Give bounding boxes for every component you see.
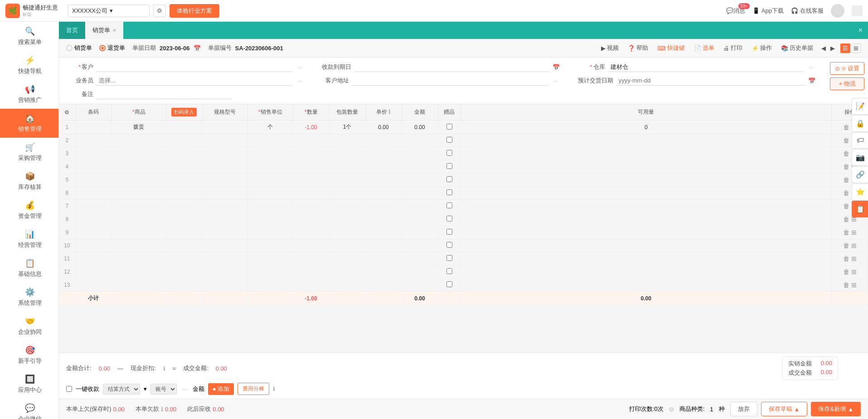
delete-icon-7[interactable]: 🗑 bbox=[843, 202, 849, 210]
sidebar-item-search[interactable]: 🔍 搜索菜单 bbox=[0, 22, 58, 51]
list-view-btn[interactable]: ☰ bbox=[840, 43, 850, 53]
delete-icon-4[interactable]: 🗑 bbox=[843, 163, 849, 170]
sidebar-item-operations[interactable]: 📊 经营管理 bbox=[0, 225, 58, 254]
rsf-photo-btn[interactable]: 📷 bbox=[852, 149, 868, 166]
save-new-button[interactable]: 保存&新增 ▲ bbox=[811, 402, 861, 416]
operation-btn[interactable]: ⚡ 操作 bbox=[749, 43, 775, 53]
rsf-orange-btn[interactable]: 📋 bbox=[852, 201, 868, 217]
copy-icon-12[interactable]: ⊞ bbox=[851, 268, 857, 275]
settings-button[interactable]: ⊙ ⊙ 设置 bbox=[830, 62, 864, 75]
customer-dots[interactable]: ··· bbox=[295, 64, 304, 71]
sidebar-item-purchase[interactable]: 🛒 采购管理 bbox=[0, 138, 58, 167]
delete-icon-12[interactable]: 🗑 bbox=[843, 268, 849, 275]
row-unit-1[interactable]: 个 bbox=[247, 120, 293, 134]
delete-icon-13[interactable]: 🗑 bbox=[843, 281, 849, 289]
warehouse-input[interactable]: 建材仓 bbox=[608, 62, 804, 72]
rsf-lock-btn[interactable]: 🔒 bbox=[852, 115, 868, 132]
warehouse-dots[interactable]: ··· bbox=[807, 64, 815, 71]
print-btn[interactable]: 🖨 打印 bbox=[721, 43, 745, 53]
rsf-star-btn[interactable]: ⭐ bbox=[852, 183, 868, 200]
address-dots[interactable]: ··· bbox=[551, 77, 560, 84]
grid-view-btn[interactable]: ⊞ bbox=[851, 43, 861, 53]
message-area[interactable]: 💬 消息 99+ bbox=[726, 7, 745, 15]
company-selector[interactable]: XXXXXX公司 ▾ bbox=[68, 5, 150, 17]
online-service-area[interactable]: 🎧 在线客服 bbox=[791, 7, 824, 15]
salesperson-input[interactable] bbox=[96, 76, 292, 86]
history-btn[interactable]: 📚 历史单据 bbox=[778, 43, 816, 53]
calendar-icon[interactable]: 📅 bbox=[194, 45, 201, 52]
sidebar-item-finance[interactable]: 💰 资金管理 bbox=[0, 196, 58, 225]
next-arrow[interactable]: ▶ bbox=[829, 44, 837, 53]
customer-input[interactable] bbox=[96, 62, 292, 72]
due-date-input[interactable] bbox=[354, 62, 549, 72]
print-count-hint[interactable]: ⊙ bbox=[669, 406, 674, 413]
sidebar-item-guide[interactable]: 🎯 新手引导 bbox=[0, 341, 58, 370]
rsf-tag-btn[interactable]: 🏷 bbox=[852, 132, 868, 149]
app-download-area[interactable]: 📱 App下载 bbox=[752, 7, 784, 15]
th-settings[interactable]: ⚙ bbox=[59, 104, 75, 120]
return-order-radio[interactable]: 退货单 bbox=[99, 44, 125, 52]
sidebar-item-wechat[interactable]: 💬 企业微信 bbox=[0, 399, 58, 419]
select-btn[interactable]: 📄 选单 bbox=[691, 43, 717, 53]
logistics-button[interactable]: + 物流 bbox=[830, 77, 864, 90]
rsf-link-btn[interactable]: 🔗 bbox=[852, 166, 868, 183]
delete-icon-11[interactable]: 🗑 bbox=[843, 255, 849, 262]
owed-hint-icon[interactable]: ℹ bbox=[161, 406, 163, 413]
scan-btn[interactable]: 扫码录入 bbox=[171, 108, 197, 116]
delete-icon-6[interactable]: 🗑 bbox=[843, 189, 849, 197]
row-spec-1[interactable] bbox=[202, 120, 247, 134]
salesperson-dots[interactable]: ··· bbox=[295, 77, 304, 84]
row-qty-1[interactable]: -1.00 bbox=[293, 120, 329, 134]
expected-date-calendar-icon[interactable]: 📅 bbox=[808, 77, 815, 84]
remarks-input[interactable] bbox=[96, 89, 232, 99]
copy-icon-10[interactable]: ⊞ bbox=[851, 242, 857, 249]
sidebar-item-marketing[interactable]: 📢 营销推广 bbox=[0, 80, 58, 109]
sidebar-item-system[interactable]: ⚙️ 系统管理 bbox=[0, 283, 58, 312]
video-btn[interactable]: ▶ 视频 bbox=[598, 43, 621, 53]
sidebar-item-inventory[interactable]: 📦 库存核算 bbox=[0, 167, 58, 196]
expense-split-button[interactable]: 费用分摊 bbox=[238, 383, 269, 395]
price-info-icon[interactable]: ℹ bbox=[388, 108, 391, 115]
copy-icon-9[interactable]: ⊞ bbox=[851, 229, 857, 236]
help-btn[interactable]: ❓ 帮助 bbox=[625, 43, 651, 53]
add-button[interactable]: ● 添加 bbox=[208, 383, 234, 395]
sales-order-radio[interactable]: 销货单 bbox=[66, 44, 92, 52]
delete-icon-9[interactable]: 🗑 bbox=[843, 229, 849, 236]
due-date-calendar-icon[interactable]: 📅 bbox=[553, 64, 560, 71]
delete-icon-5[interactable]: 🗑 bbox=[843, 176, 849, 183]
settings-gear-button[interactable]: ⚙ bbox=[153, 5, 166, 17]
tab-sales-order[interactable]: 销货单 × bbox=[85, 22, 123, 39]
copy-icon-11[interactable]: ⊞ bbox=[851, 255, 857, 262]
discard-button[interactable]: 放弃 bbox=[730, 402, 757, 416]
prev-arrow[interactable]: ◀ bbox=[820, 44, 828, 53]
row-amount-1[interactable]: 0.00 bbox=[402, 120, 438, 134]
row-price-1[interactable]: 0.00 bbox=[365, 120, 402, 134]
delete-icon-1[interactable]: 🗑 bbox=[843, 124, 849, 131]
delete-icon-3[interactable]: 🗑 bbox=[843, 150, 849, 157]
sidebar-item-quick-nav[interactable]: ⚡ 快捷导航 bbox=[0, 51, 58, 80]
rsf-note-btn[interactable]: 📝 bbox=[852, 98, 868, 115]
close-window-icon[interactable]: × bbox=[857, 24, 864, 36]
trial-button[interactable]: 体验行业方案 bbox=[170, 4, 219, 18]
tab-home[interactable]: 首页 bbox=[59, 22, 85, 39]
payment-method-select[interactable]: 结算方式 bbox=[103, 384, 140, 395]
hint-icon-expense[interactable]: ℹ bbox=[273, 385, 275, 392]
save-draft-button[interactable]: 保存草稿 ▲ bbox=[761, 402, 808, 416]
sidebar-item-collab[interactable]: 🤝 企业协同 bbox=[0, 312, 58, 341]
delete-icon-2[interactable]: 🗑 bbox=[843, 137, 849, 144]
copy-icon-13[interactable]: ⊞ bbox=[851, 281, 857, 289]
delete-icon-10[interactable]: 🗑 bbox=[843, 242, 849, 249]
tab-close-icon[interactable]: × bbox=[113, 27, 116, 34]
th-scan[interactable]: 扫码录入 bbox=[166, 104, 202, 120]
account-select[interactable]: 账号 bbox=[150, 384, 177, 395]
customer-address-input[interactable] bbox=[352, 76, 548, 86]
sidebar-item-app-center[interactable]: 🔲 应用中心 bbox=[0, 370, 58, 399]
hint-icon[interactable]: ℹ bbox=[163, 365, 165, 372]
one-click-payment-checkbox[interactable] bbox=[66, 386, 72, 392]
row-product-1[interactable]: 拨贡 bbox=[112, 120, 166, 134]
sidebar-item-sales[interactable]: 🏠 销售管理 bbox=[0, 109, 58, 138]
row-barcode-1[interactable] bbox=[75, 120, 112, 134]
shortcut-btn[interactable]: ⌨ 快捷键 bbox=[655, 43, 688, 53]
user-avatar[interactable] bbox=[831, 4, 844, 18]
row-gift-1[interactable] bbox=[438, 120, 461, 134]
